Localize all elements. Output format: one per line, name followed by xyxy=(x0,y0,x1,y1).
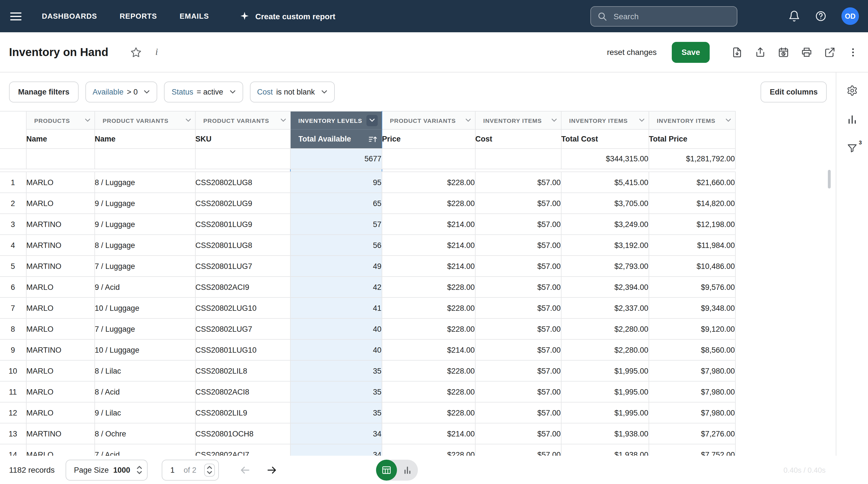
filter-chip-cost[interactable]: Cost is not blank xyxy=(250,82,335,103)
cell-total-available: 57 xyxy=(290,214,382,235)
create-custom-report-button[interactable]: Create custom report xyxy=(240,11,335,22)
table-row[interactable]: 5 MARTINO 7 / Luggage CSS20801LUG7 49 $2… xyxy=(0,256,735,277)
cell-total-available: 35 xyxy=(290,402,382,423)
info-icon[interactable]: i xyxy=(155,47,158,58)
chevron-down-icon[interactable] xyxy=(185,118,191,122)
cell-variant-name: 9 / Lilac xyxy=(94,402,195,423)
column-header-total-price[interactable]: Total Price xyxy=(649,130,735,149)
help-icon[interactable] xyxy=(815,10,827,22)
totals-total-price: $1,281,792.00 xyxy=(649,149,735,169)
next-page-arrow-icon[interactable] xyxy=(266,464,278,476)
page-stepper[interactable] xyxy=(205,463,215,476)
bar-chart-icon[interactable] xyxy=(846,114,858,125)
funnel-filters-icon[interactable]: 3 xyxy=(846,143,858,154)
table-row[interactable]: 13 MARTINO 8 / Ochre CSS20801OCH8 34 $21… xyxy=(0,423,735,444)
column-header-sku[interactable]: SKU xyxy=(195,130,290,149)
table-row[interactable]: 14 MARLO 7 / Acid CSS20802ACI7 34 $228.0… xyxy=(0,444,735,456)
cell-total-cost: $2,337.00 xyxy=(561,297,649,318)
cell-price: $214.00 xyxy=(382,214,475,235)
cell-total-price: $11,984.00 xyxy=(649,235,735,256)
table-row[interactable]: 10 MARLO 8 / Lilac CSS20802LIL8 35 $228.… xyxy=(0,360,735,381)
cell-total-price: $21,660.00 xyxy=(649,172,735,193)
column-header-total-cost[interactable]: Total Cost xyxy=(561,130,649,149)
table-row[interactable]: 12 MARLO 9 / Lilac CSS20802LIL9 35 $228.… xyxy=(0,402,735,423)
group-header-product-variants-price[interactable]: PRODUCT VARIANTS xyxy=(382,111,475,130)
manage-filters-button[interactable]: Manage filters xyxy=(9,82,79,103)
chevron-down-icon[interactable] xyxy=(366,115,377,126)
page-size-control[interactable]: Page Size 1000 xyxy=(65,459,148,480)
nav-item-emails[interactable]: EMAILS xyxy=(180,12,209,20)
table-row[interactable]: 6 MARLO 9 / Acid CSS20802ACI9 42 $228.00… xyxy=(0,277,735,297)
save-button[interactable]: Save xyxy=(672,41,710,62)
table-row[interactable]: 11 MARLO 8 / Acid CSS20802ACI8 35 $228.0… xyxy=(0,381,735,402)
column-header-variant-name[interactable]: Name xyxy=(94,130,195,149)
group-header-inventory-items-cost[interactable]: INVENTORY ITEMS xyxy=(475,111,561,130)
column-header-total-available[interactable]: Total Available xyxy=(290,130,382,149)
chevron-down-icon[interactable] xyxy=(725,118,731,122)
cell-sku: CSS20801LUG10 xyxy=(195,339,290,360)
cell-price: $214.00 xyxy=(382,339,475,360)
search-input[interactable] xyxy=(612,11,731,21)
table-row[interactable]: 2 MARLO 9 / Luggage CSS20802LUG9 65 $228… xyxy=(0,193,735,214)
filter-chip-available[interactable]: Available > 0 xyxy=(85,82,157,103)
chevron-down-icon[interactable] xyxy=(85,118,90,122)
chevron-down-icon[interactable] xyxy=(280,118,286,122)
share-icon[interactable] xyxy=(754,46,766,58)
schedule-calendar-icon[interactable] xyxy=(777,46,789,58)
favorite-star-icon[interactable] xyxy=(130,46,142,58)
vertical-scrollbar-thumb[interactable] xyxy=(828,170,831,189)
totals-gap-row xyxy=(0,169,735,172)
current-page: 1 xyxy=(170,465,175,474)
chevron-down-icon[interactable] xyxy=(465,118,471,122)
chevron-down-icon[interactable] xyxy=(639,118,644,122)
cell-total-cost: $2,793.00 xyxy=(561,256,649,277)
column-header-cost[interactable]: Cost xyxy=(475,130,561,149)
open-external-icon[interactable] xyxy=(824,46,836,58)
group-header-product-variants-sku[interactable]: PRODUCT VARIANTS xyxy=(195,111,290,130)
filter-bar: Manage filters Available > 0 Status = ac… xyxy=(0,73,836,111)
table-view-toggle[interactable] xyxy=(376,459,397,480)
group-header-products[interactable]: PRODUCTS xyxy=(26,111,94,130)
table-row[interactable]: 4 MARTINO 8 / Luggage CSS20801LUG8 56 $2… xyxy=(0,235,735,256)
search-box[interactable] xyxy=(590,6,737,26)
column-header-product-name[interactable]: Name xyxy=(26,130,94,149)
cell-total-cost: $3,249.00 xyxy=(561,214,649,235)
export-file-icon[interactable] xyxy=(731,46,743,58)
cell-total-price: $8,560.00 xyxy=(649,339,735,360)
totals-empty-cell xyxy=(26,149,94,169)
cell-price: $228.00 xyxy=(382,172,475,193)
nav-item-reports[interactable]: REPORTS xyxy=(120,12,157,20)
group-header-product-variants-name[interactable]: PRODUCT VARIANTS xyxy=(94,111,195,130)
table-row[interactable]: 9 MARTINO 10 / Luggage CSS20801LUG10 40 … xyxy=(0,339,735,360)
table-row[interactable]: 8 MARLO 7 / Luggage CSS20802LUG7 40 $228… xyxy=(0,318,735,339)
edit-columns-button[interactable]: Edit columns xyxy=(761,82,827,103)
group-header-inventory-items-total-price[interactable]: INVENTORY ITEMS xyxy=(649,111,735,130)
group-header-inventory-levels[interactable]: INVENTORY LEVELS xyxy=(290,111,382,130)
table-row[interactable]: 3 MARTINO 9 / Luggage CSS20801LUG9 57 $2… xyxy=(0,214,735,235)
kebab-menu-icon[interactable] xyxy=(847,46,859,58)
filter-chip-status[interactable]: Status = active xyxy=(164,82,243,103)
nav-item-dashboards[interactable]: DASHBOARDS xyxy=(42,12,97,20)
cell-sku: CSS20802ACI7 xyxy=(195,444,290,456)
cell-product-name: MARLO xyxy=(26,277,94,297)
chevron-down-icon[interactable] xyxy=(551,118,557,122)
page-size-stepper[interactable] xyxy=(137,465,142,474)
bell-icon[interactable] xyxy=(788,10,800,22)
print-icon[interactable] xyxy=(801,46,813,58)
avatar[interactable]: OD xyxy=(841,7,859,25)
table-row[interactable]: 7 MARLO 10 / Luggage CSS20802LUG10 41 $2… xyxy=(0,297,735,318)
table-row[interactable]: 1 MARLO 8 / Luggage CSS20802LUG8 95 $228… xyxy=(0,172,735,193)
gear-icon[interactable] xyxy=(846,85,858,96)
menu-icon[interactable] xyxy=(9,9,23,23)
table-footer: 1182 records Page Size 1000 1 of 2 xyxy=(0,456,868,484)
sort-ascending-icon[interactable] xyxy=(368,135,377,143)
cell-cost: $57.00 xyxy=(475,277,561,297)
previous-page-arrow-icon[interactable] xyxy=(240,464,251,476)
reset-changes-button[interactable]: reset changes xyxy=(607,48,657,57)
chart-view-toggle[interactable] xyxy=(397,465,418,475)
title-bar: Inventory on Hand i reset changes Save xyxy=(0,32,868,73)
page-number-control[interactable]: 1 of 2 xyxy=(162,459,219,480)
group-header-inventory-items-total-cost[interactable]: INVENTORY ITEMS xyxy=(561,111,649,130)
column-header-price[interactable]: Price xyxy=(382,130,475,149)
cell-price: $228.00 xyxy=(382,402,475,423)
